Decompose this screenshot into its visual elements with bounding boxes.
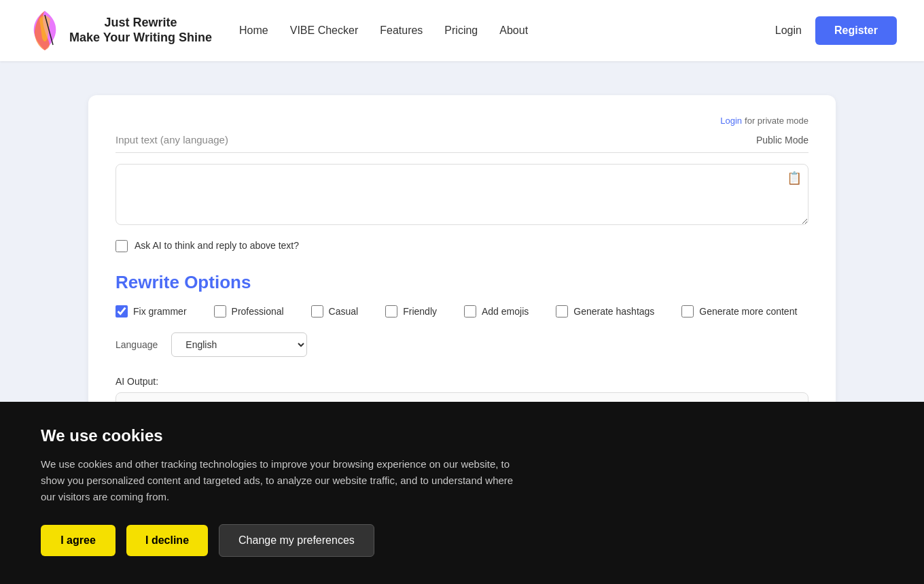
checkbox-fix-grammer[interactable]: [116, 305, 128, 317]
option-generate-more-content-label: Generate more content: [699, 306, 797, 317]
cookie-banner: We use cookies We use cookies and other …: [0, 402, 924, 584]
navbar: Just Rewrite Make Your Writing Shine Hom…: [0, 0, 924, 61]
private-mode-login-link[interactable]: Login: [720, 116, 742, 126]
option-generate-more-content: Generate more content: [681, 305, 797, 317]
nav-links: Home VIBE Checker Features Pricing About: [239, 24, 748, 37]
logo-text: Just Rewrite: [69, 16, 212, 31]
checkbox-add-emojis[interactable]: [464, 305, 476, 317]
option-professional: Professional: [214, 305, 284, 317]
main-textarea[interactable]: [116, 164, 808, 225]
language-row: Language English Spanish French German I…: [116, 332, 808, 357]
private-mode-text: for private mode: [745, 116, 808, 126]
paste-icon[interactable]: 📋: [787, 171, 802, 186]
cookie-text: We use cookies and other tracking techno…: [41, 456, 516, 505]
option-add-emojis: Add emojis: [464, 305, 529, 317]
logo-subtext: Make Your Writing Shine: [69, 31, 212, 44]
cookie-decline-button[interactable]: I decline: [126, 525, 208, 556]
nav-home[interactable]: Home: [239, 24, 268, 37]
option-friendly: Friendly: [385, 305, 437, 317]
option-friendly-label: Friendly: [403, 306, 437, 317]
language-select[interactable]: English Spanish French German Italian Po…: [171, 332, 307, 357]
input-label: Input text (any language): [116, 134, 228, 145]
input-header: Input text (any language) Public Mode: [116, 134, 808, 153]
option-casual-label: Casual: [329, 306, 359, 317]
option-add-emojis-label: Add emojis: [482, 306, 529, 317]
option-casual: Casual: [311, 305, 359, 317]
checkbox-professional[interactable]: [214, 305, 226, 317]
private-mode-row: Login for private mode: [116, 116, 808, 126]
option-generate-hashtags: Generate hashtags: [556, 305, 654, 317]
option-fix-grammer: Fix grammer: [116, 305, 187, 317]
nav-vibe-checker[interactable]: VIBE Checker: [290, 24, 358, 37]
ai-output-label: AI Output:: [116, 376, 808, 387]
option-fix-grammer-label: Fix grammer: [133, 306, 187, 317]
public-mode-label: Public Mode: [756, 135, 808, 145]
ai-think-row: Ask AI to think and reply to above text?: [116, 239, 808, 253]
nav-features[interactable]: Features: [380, 24, 423, 37]
nav-about[interactable]: About: [499, 24, 528, 37]
option-generate-hashtags-label: Generate hashtags: [573, 306, 654, 317]
options-grid: Fix grammer Professional Casual Friendly…: [116, 305, 808, 317]
language-label: Language: [116, 339, 158, 350]
ai-think-checkbox[interactable]: [116, 240, 128, 252]
checkbox-friendly[interactable]: [385, 305, 397, 317]
login-button[interactable]: Login: [775, 24, 802, 37]
cookie-change-prefs-button[interactable]: Change my preferences: [219, 524, 374, 557]
ai-think-label: Ask AI to think and reply to above text?: [135, 239, 299, 253]
cookie-agree-button[interactable]: I agree: [41, 525, 116, 556]
section-title: Rewrite Options: [116, 272, 808, 293]
cookie-title: We use cookies: [41, 426, 883, 445]
text-area-wrap: 📋: [116, 164, 808, 228]
logo-icon: [27, 10, 63, 52]
checkbox-generate-hashtags[interactable]: [556, 305, 568, 317]
register-button[interactable]: Register: [815, 16, 897, 45]
checkbox-generate-more-content[interactable]: [681, 305, 694, 317]
checkbox-casual[interactable]: [311, 305, 323, 317]
cookie-buttons: I agree I decline Change my preferences: [41, 524, 883, 557]
option-professional-label: Professional: [232, 306, 284, 317]
nav-right: Login Register: [775, 16, 897, 45]
nav-pricing[interactable]: Pricing: [444, 24, 478, 37]
logo[interactable]: Just Rewrite Make Your Writing Shine: [27, 10, 212, 52]
